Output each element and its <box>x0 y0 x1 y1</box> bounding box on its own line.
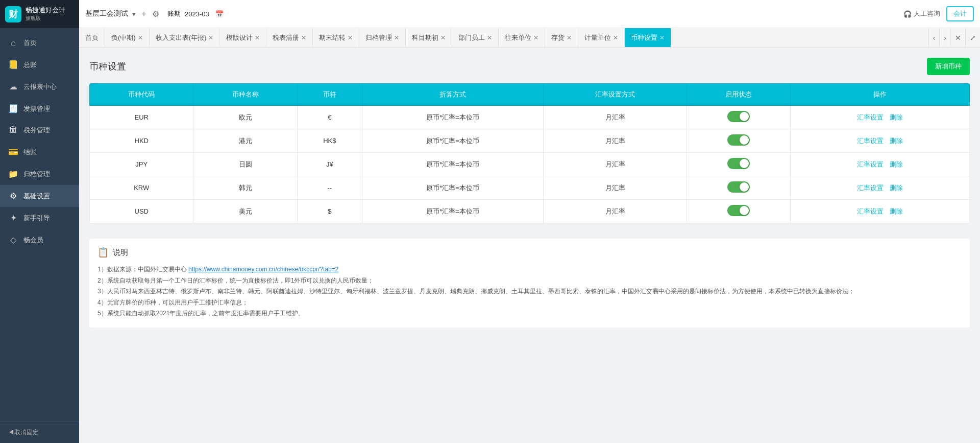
notes-icon: 📋 <box>97 247 109 258</box>
col-header: 操作 <box>791 84 970 106</box>
tab-close-currency[interactable]: ✕ <box>659 34 665 41</box>
tab-label-template: 模版设计 <box>226 33 253 42</box>
tab-label-currency: 币种设置 <box>631 33 657 42</box>
tab-income[interactable]: 收入支出表(年报)✕ <box>150 28 220 48</box>
tab-expand-btn[interactable]: ⤢ <box>965 28 980 48</box>
main-area: 基层工会测试 ▾ ＋ ⚙ 账期 2023-03 📅 🎧 人工咨询 会计 首页负(… <box>79 0 980 443</box>
delete-link[interactable]: 删除 <box>890 137 903 145</box>
toggle-cell <box>687 200 790 223</box>
tab-close-template[interactable]: ✕ <box>255 34 260 41</box>
nav-label-home: 首页 <box>23 38 37 48</box>
tab-subject_init[interactable]: 科目期初✕ <box>406 28 452 48</box>
add-company-icon[interactable]: ＋ <box>140 9 148 19</box>
sidebar-item-checkout[interactable]: 💳结账 <box>0 141 79 163</box>
tab-currency[interactable]: 币种设置✕ <box>625 28 671 48</box>
sidebar-item-archive[interactable]: 📁归档管理 <box>0 163 79 185</box>
tab-label-income: 收入支出表(年报) <box>156 33 207 42</box>
delete-link[interactable]: 删除 <box>890 113 903 121</box>
consult-button[interactable]: 🎧 人工咨询 <box>903 9 940 18</box>
nav-label-tax: 税务管理 <box>23 126 50 135</box>
tab-close-income[interactable]: ✕ <box>208 34 213 41</box>
period-value[interactable]: 2023-03 <box>185 10 209 18</box>
nav-label-settings: 基础设置 <box>23 192 50 201</box>
tab-close-period_end[interactable]: ✕ <box>348 34 353 41</box>
topbar-right: 🎧 人工咨询 会计 <box>903 6 974 21</box>
sidebar-item-home[interactable]: ⌂首页 <box>0 32 79 54</box>
tab-close-subject_init[interactable]: ✕ <box>440 34 446 41</box>
action-cell: 汇率设置删除 <box>791 129 970 153</box>
table-cell: -- <box>297 176 362 200</box>
tab-close-balance[interactable]: ✕ <box>138 34 143 41</box>
tab-balance[interactable]: 负(中期)✕ <box>105 28 150 48</box>
table-cell: J¥ <box>297 153 362 176</box>
rate-setting-link[interactable]: 汇率设置 <box>857 207 884 215</box>
company-settings-icon[interactable]: ⚙ <box>152 9 159 19</box>
tab-home[interactable]: 首页 <box>79 28 105 48</box>
enable-toggle[interactable] <box>727 205 750 216</box>
headset-icon: 🎧 <box>903 10 912 18</box>
nav-label-ledger: 总账 <box>23 60 37 69</box>
tab-close-dept_staff[interactable]: ✕ <box>487 34 492 41</box>
nav-label-invoice: 发票管理 <box>23 104 50 113</box>
tab-template[interactable]: 模版设计✕ <box>220 28 266 48</box>
sidebar-item-reports[interactable]: ☁云报表中心 <box>0 76 79 98</box>
tab-close-archivemgr[interactable]: ✕ <box>394 34 399 41</box>
action-cell: 汇率设置删除 <box>791 153 970 176</box>
logo-name: 畅捷通好会计 <box>26 6 65 15</box>
tab-dept_staff[interactable]: 部门员工✕ <box>452 28 499 48</box>
tab-taxclear[interactable]: 税表清册✕ <box>266 28 313 48</box>
tab-inventory[interactable]: 存货✕ <box>545 28 578 48</box>
tab-close-inventory[interactable]: ✕ <box>567 34 572 41</box>
tab-close-taxclear[interactable]: ✕ <box>301 34 306 41</box>
col-header: 币种代码 <box>90 84 193 106</box>
enable-toggle[interactable] <box>727 158 750 169</box>
table-row: JPY日圆J¥原币*汇率=本位币月汇率汇率设置删除 <box>90 153 970 176</box>
tab-prev-btn[interactable]: ‹ <box>928 28 940 48</box>
table-cell: 日圆 <box>193 153 297 176</box>
tab-label-taxclear: 税表清册 <box>273 33 299 42</box>
sidebar-item-settings[interactable]: ⚙基础设置 <box>0 185 79 207</box>
sidebar-item-ledger[interactable]: 📒总账 <box>0 54 79 76</box>
nav-icon-archive: 📁 <box>8 169 18 179</box>
nav-icon-guide: ✦ <box>8 213 18 223</box>
tab-close-all-btn[interactable]: ✕ <box>950 28 965 48</box>
page-header: 币种设置 新增币种 <box>89 58 970 75</box>
tab-archivemgr[interactable]: 归档管理✕ <box>359 28 406 48</box>
delete-link[interactable]: 删除 <box>890 184 903 192</box>
rate-setting-link[interactable]: 汇率设置 <box>857 113 884 121</box>
tab-close-customers[interactable]: ✕ <box>533 34 538 41</box>
enable-toggle[interactable] <box>727 134 750 146</box>
delete-link[interactable]: 删除 <box>890 207 903 215</box>
table-cell: 月汇率 <box>544 153 687 176</box>
col-header: 币种名称 <box>193 84 297 106</box>
company-name: 基层工会测试 <box>85 9 128 18</box>
calendar-icon[interactable]: 📅 <box>215 10 224 18</box>
tab-unit[interactable]: 计量单位✕ <box>578 28 625 48</box>
new-currency-button[interactable]: 新增币种 <box>927 58 970 75</box>
company-dropdown-icon[interactable]: ▾ <box>132 10 136 18</box>
tabbar: 首页负(中期)✕收入支出表(年报)✕模版设计✕税表清册✕期末结转✕归档管理✕科目… <box>79 28 980 48</box>
sidebar-footer[interactable]: ◀取消固定 <box>0 422 79 443</box>
tab-next-btn[interactable]: › <box>939 28 950 48</box>
enable-toggle[interactable] <box>727 181 750 193</box>
rate-setting-link[interactable]: 汇率设置 <box>857 184 884 192</box>
enable-toggle[interactable] <box>727 111 750 122</box>
app-logo: 财 畅捷通好会计 旗舰版 <box>0 0 79 28</box>
tab-customers[interactable]: 往来单位✕ <box>499 28 545 48</box>
sidebar-item-invoice[interactable]: 🧾发票管理 <box>0 98 79 120</box>
tab-close-unit[interactable]: ✕ <box>613 34 618 41</box>
toggle-cell <box>687 153 790 176</box>
sidebar-item-guide[interactable]: ✦新手引导 <box>0 207 79 229</box>
rate-setting-link[interactable]: 汇率设置 <box>857 160 884 168</box>
delete-link[interactable]: 删除 <box>890 160 903 168</box>
rate-setting-link[interactable]: 汇率设置 <box>857 137 884 145</box>
notes-external-link[interactable]: https://www.chinamoney.com.cn/chinese/bk… <box>188 266 338 273</box>
tab-period_end[interactable]: 期末结转✕ <box>313 28 359 48</box>
nav-icon-checkout: 💳 <box>8 147 18 157</box>
logo-sub: 旗舰版 <box>26 15 65 22</box>
tab-label-subject_init: 科目期初 <box>412 33 438 42</box>
sidebar-item-member[interactable]: ◇畅会员 <box>0 229 79 251</box>
sidebar-item-tax[interactable]: 🏛税务管理 <box>0 120 79 141</box>
currency-table: 币种代码币种名称币符折算方式汇率设置方式启用状态操作 EUR欧元€原币*汇率=本… <box>89 83 970 223</box>
account-button[interactable]: 会计 <box>946 6 974 21</box>
